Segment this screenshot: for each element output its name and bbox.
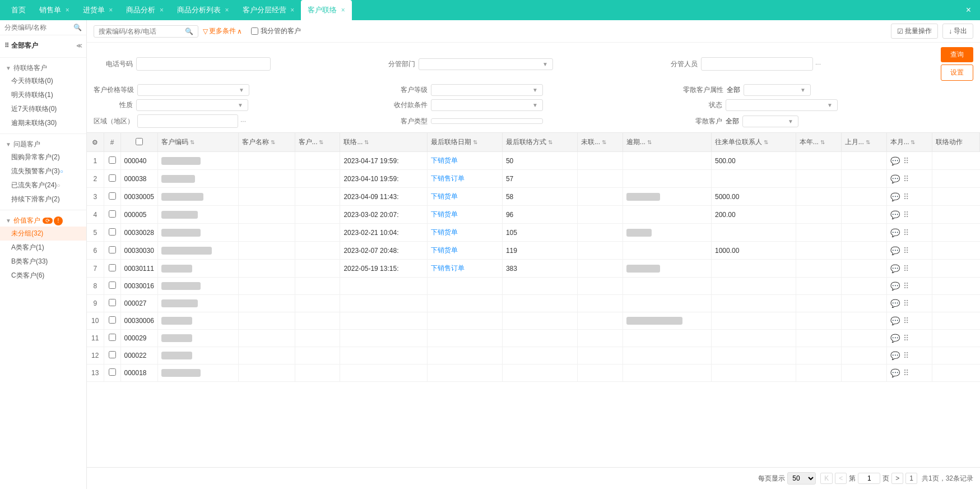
td-checkbox-7[interactable] xyxy=(104,260,120,278)
chat-icon-12[interactable]: 💬 xyxy=(890,351,900,360)
grid-icon-5[interactable]: ⠿ xyxy=(903,228,909,237)
chat-icon-11[interactable]: 💬 xyxy=(890,334,900,343)
my-customers-checkbox-label[interactable]: 我分管的客户 xyxy=(251,26,301,36)
sidebar-item-tomorrow[interactable]: 明天待联络(1) xyxy=(0,88,86,102)
filter-customer-type-select[interactable] xyxy=(431,118,543,124)
td-checkbox-10[interactable] xyxy=(104,312,120,330)
window-close-button[interactable]: × xyxy=(962,5,976,15)
th-name[interactable]: 客户名称 xyxy=(239,133,295,152)
grid-icon-8[interactable]: ⠿ xyxy=(903,282,909,290)
chat-icon-5[interactable]: 💬 xyxy=(890,228,900,237)
grid-icon-3[interactable]: ⠿ xyxy=(903,192,909,201)
grid-icon-12[interactable]: ⠿ xyxy=(903,351,909,360)
chat-icon-13[interactable]: 💬 xyxy=(890,368,900,377)
next-page-button[interactable]: > xyxy=(891,473,903,484)
chat-icon-7[interactable]: 💬 xyxy=(890,264,900,273)
filter-payment-select[interactable]: ▼ xyxy=(431,99,543,111)
select-all-checkbox[interactable] xyxy=(136,138,143,145)
chat-icon-6[interactable]: 💬 xyxy=(890,246,900,255)
filter-customer-level-select[interactable]: ▼ xyxy=(431,84,543,96)
td-method-2[interactable]: 下销售订单 xyxy=(427,170,502,188)
sidebar-item-class-b[interactable]: B类客户(33) xyxy=(0,255,86,269)
first-page-button[interactable]: K xyxy=(820,473,833,484)
page-size-select[interactable]: 50 100 200 xyxy=(787,472,816,485)
td-checkbox-11[interactable] xyxy=(104,330,120,347)
filter-search-input[interactable] xyxy=(99,27,183,35)
th-this-year[interactable]: 本年... xyxy=(796,133,841,152)
td-method-1[interactable]: 下销货单 xyxy=(427,152,502,170)
nav-tab-purchase[interactable]: 进货单 × xyxy=(76,0,120,20)
grid-icon-10[interactable]: ⠿ xyxy=(903,316,909,325)
filter-person-input[interactable] xyxy=(701,57,813,71)
nav-tab-analysis-list[interactable]: 商品分析列表 × xyxy=(170,0,236,20)
filter-price-level-select[interactable]: ▼ xyxy=(137,84,249,96)
filter-dept-select[interactable]: ▼ xyxy=(419,58,553,70)
th-code[interactable]: 客户编码 xyxy=(157,133,238,152)
nav-home[interactable]: 首页 xyxy=(4,0,32,20)
filter-region-input[interactable] xyxy=(137,114,238,128)
my-customers-checkbox[interactable] xyxy=(251,27,258,35)
th-checkbox[interactable] xyxy=(120,133,157,152)
td-method-4[interactable]: 下销货单 xyxy=(427,206,502,224)
chat-icon-1[interactable]: 💬 xyxy=(890,156,900,165)
chat-icon-10[interactable]: 💬 xyxy=(890,316,900,325)
th-last-contact-method[interactable]: 最后联络方式 xyxy=(502,133,577,152)
filter-retail-attr-select[interactable]: ▼ xyxy=(744,84,811,96)
td-checkbox-1[interactable] xyxy=(104,152,120,170)
td-checkbox-5[interactable] xyxy=(104,224,120,242)
grid-icon-4[interactable]: ⠿ xyxy=(903,210,909,219)
th-last-month[interactable]: 上月... xyxy=(841,133,886,152)
td-method-5[interactable]: 下销货单 xyxy=(427,224,502,242)
td-method-6[interactable]: 下销货单 xyxy=(427,242,502,260)
filter-status-select[interactable]: ▼ xyxy=(726,99,838,111)
td-checkbox-4[interactable] xyxy=(104,206,120,224)
th-settings[interactable]: ⚙ xyxy=(87,133,104,152)
sidebar-item-abnormal[interactable]: 囤购异常客户(2) xyxy=(0,150,86,164)
sidebar-item-class-c[interactable]: C类客户(6) xyxy=(0,269,86,283)
th-unit-contact[interactable]: 往来单位联系人 xyxy=(712,133,796,152)
sidebar-group-problem[interactable]: ▼ 问题客户 xyxy=(0,137,86,150)
page-number-input[interactable] xyxy=(858,473,880,484)
sidebar-group-value[interactable]: ▼ 价值客户 ⟳ ! xyxy=(0,214,86,227)
export-button[interactable]: ↓ 导出 xyxy=(942,24,973,39)
filter-person-dots[interactable]: ··· xyxy=(815,60,821,68)
chat-icon-2[interactable]: 💬 xyxy=(890,174,900,183)
th-type[interactable]: 客户... xyxy=(295,133,340,152)
grid-icon-9[interactable]: ⠿ xyxy=(903,299,909,308)
grid-icon-7[interactable]: ⠿ xyxy=(903,264,909,273)
grid-icon-1[interactable]: ⠿ xyxy=(903,156,909,165)
td-method-7[interactable]: 下销售订单 xyxy=(427,260,502,278)
query-button[interactable]: 查询 xyxy=(941,47,973,62)
td-checkbox-8[interactable] xyxy=(104,278,120,295)
grid-icon-13[interactable]: ⠿ xyxy=(903,368,909,377)
td-checkbox-12[interactable] xyxy=(104,347,120,365)
sidebar-item-overdue[interactable]: 逾期未联络(30) xyxy=(0,116,86,130)
th-overdue[interactable]: 逾期... xyxy=(623,133,711,152)
filter-search-icon[interactable]: 🔍 xyxy=(185,27,193,35)
td-checkbox-3[interactable] xyxy=(104,188,120,206)
chat-icon-8[interactable]: 💬 xyxy=(890,282,900,290)
nav-tab-customer-segment[interactable]: 客户分层经营 × xyxy=(236,0,301,20)
filter-region-dots[interactable]: ··· xyxy=(240,117,246,125)
batch-operation-button[interactable]: ☑ 批量操作 xyxy=(891,24,938,39)
th-this-month[interactable]: 本月... xyxy=(886,133,932,152)
grid-icon-2[interactable]: ⠿ xyxy=(903,174,909,183)
sidebar-item-today[interactable]: 今天待联络(0) xyxy=(0,74,86,88)
filter-more-conditions[interactable]: ▽ 更多条件 ∧ xyxy=(203,26,242,36)
chat-icon-3[interactable]: 💬 xyxy=(890,192,900,201)
chat-icon-9[interactable]: 💬 xyxy=(890,299,900,308)
sidebar-item-class-a[interactable]: A类客户(1) xyxy=(0,241,86,255)
filter-retail-customer-select[interactable]: ▼ xyxy=(742,116,798,127)
th-last-contact-date[interactable]: 最后联络日期 xyxy=(427,133,502,152)
nav-tab-customer-contact[interactable]: 客户联络 × xyxy=(301,0,352,20)
nav-tab-analysis[interactable]: 商品分析 × xyxy=(119,0,170,20)
sidebar-item-churned[interactable]: 已流失客户(24) ○ xyxy=(0,178,86,192)
sidebar-all-customers[interactable]: ⠿ 全部客户 ≪ xyxy=(0,38,86,54)
td-checkbox-2[interactable] xyxy=(104,170,120,188)
filter-nature-select[interactable]: ▼ xyxy=(136,99,248,111)
last-page-button[interactable]: 1 xyxy=(905,473,917,484)
sidebar-item-unclassified[interactable]: 未分组(32) xyxy=(0,227,86,241)
prev-page-button[interactable]: < xyxy=(835,473,847,484)
td-checkbox-13[interactable] xyxy=(104,365,120,382)
td-checkbox-6[interactable] xyxy=(104,242,120,260)
